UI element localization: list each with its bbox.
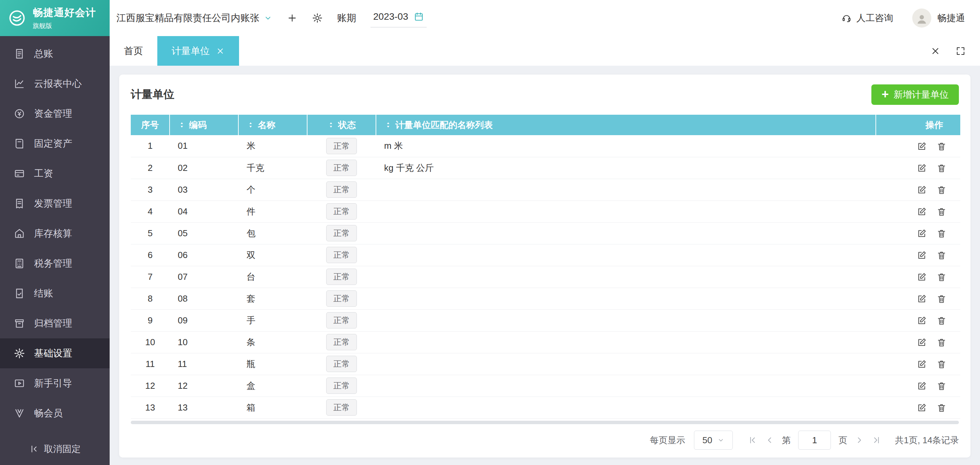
delete-icon[interactable] — [936, 229, 947, 239]
edit-icon[interactable] — [917, 229, 927, 239]
cell-seq: 1 — [131, 135, 170, 157]
edit-icon[interactable] — [917, 206, 927, 217]
column-header-seq: 序号 — [131, 115, 170, 135]
sidebar-item-invoice[interactable]: 发票管理 — [0, 189, 110, 219]
add-unit-button[interactable]: + 新增计量单位 — [871, 84, 959, 105]
table-row: 1212盒正常 — [131, 375, 960, 397]
delete-icon[interactable] — [936, 272, 947, 282]
sidebar-item-closing[interactable]: 结账 — [0, 278, 110, 308]
tabbar: 首页计量单位 — [110, 36, 980, 66]
delete-icon[interactable] — [936, 185, 947, 195]
edit-icon[interactable] — [917, 359, 927, 369]
column-header-code[interactable]: 编码 — [170, 115, 239, 135]
report-icon — [14, 78, 25, 89]
plus-icon[interactable] — [287, 13, 298, 24]
sidebar-item-member[interactable]: 畅会员 — [0, 398, 110, 428]
delete-icon[interactable] — [936, 403, 947, 413]
page-number-input[interactable] — [798, 431, 831, 450]
sidebar-item-archive[interactable]: 归档管理 — [0, 308, 110, 338]
delete-icon[interactable] — [936, 163, 947, 173]
close-icon[interactable] — [930, 46, 940, 56]
prev-page-icon[interactable] — [765, 435, 774, 445]
sidebar-menu: 总账云报表中心资金管理固定资产工资发票管理库存核算税务管理结账归档管理基础设置新… — [0, 36, 110, 433]
delete-icon[interactable] — [936, 206, 947, 217]
edit-icon[interactable] — [917, 403, 927, 413]
support-button[interactable]: 人工咨询 — [842, 12, 893, 24]
sidebar-item-label: 库存核算 — [34, 227, 72, 240]
edit-icon[interactable] — [917, 316, 927, 326]
delete-icon[interactable] — [936, 337, 947, 348]
column-label: 序号 — [141, 119, 159, 131]
sort-icon[interactable] — [178, 121, 186, 129]
column-header-status[interactable]: 状态 — [307, 115, 376, 135]
cell-name: 箱 — [239, 397, 307, 418]
column-header-name[interactable]: 名称 — [239, 115, 307, 135]
edit-icon[interactable] — [917, 337, 927, 348]
table-row: 606双正常 — [131, 244, 960, 266]
cell-code: 12 — [170, 375, 239, 397]
sidebar-item-funds[interactable]: 资金管理 — [0, 99, 110, 129]
sidebar-item-salary[interactable]: 工资 — [0, 159, 110, 189]
edit-icon[interactable] — [917, 272, 927, 282]
cell-status: 正常 — [307, 397, 376, 418]
cell-code: 10 — [170, 331, 239, 353]
edit-icon[interactable] — [917, 141, 927, 151]
tab-unit[interactable]: 计量单位 — [158, 36, 239, 66]
sort-icon[interactable] — [385, 121, 392, 129]
user-menu[interactable]: 畅捷通 — [912, 8, 965, 28]
sidebar-item-inventory[interactable]: 库存核算 — [0, 219, 110, 249]
cell-status: 正常 — [307, 309, 376, 331]
cell-status: 正常 — [307, 375, 376, 397]
cell-code: 05 — [170, 222, 239, 244]
edit-icon[interactable] — [917, 185, 927, 195]
page-title: 计量单位 — [131, 87, 174, 102]
last-page-icon[interactable] — [872, 435, 881, 445]
period-value: 2023-03 — [373, 11, 408, 22]
sidebar-item-ledger[interactable]: 总账 — [0, 39, 110, 69]
cell-operations — [876, 135, 960, 157]
sidebar-item-fixed-assets[interactable]: 固定资产 — [0, 129, 110, 159]
cell-name: 包 — [239, 222, 307, 244]
delete-icon[interactable] — [936, 141, 947, 151]
sidebar: 畅捷通好会计 旗舰版 总账云报表中心资金管理固定资产工资发票管理库存核算税务管理… — [0, 0, 110, 465]
edit-icon[interactable] — [917, 250, 927, 260]
per-page-select[interactable]: 50 — [694, 431, 733, 450]
delete-icon[interactable] — [936, 316, 947, 326]
fullscreen-icon[interactable] — [956, 46, 966, 56]
horizontal-scrollbar[interactable] — [131, 421, 959, 424]
delete-icon[interactable] — [936, 294, 947, 304]
sidebar-item-guide[interactable]: 新手引导 — [0, 368, 110, 398]
period-field[interactable]: 2023-03 — [371, 8, 427, 28]
table-row: 1313箱正常 — [131, 397, 960, 418]
column-header-matches[interactable]: 计量单位匹配的名称列表 — [376, 115, 876, 135]
tab-home[interactable]: 首页 — [110, 36, 158, 66]
sidebar-item-label: 畅会员 — [34, 407, 63, 420]
edit-icon[interactable] — [917, 381, 927, 391]
sidebar-item-cloud-report[interactable]: 云报表中心 — [0, 69, 110, 99]
delete-icon[interactable] — [936, 381, 947, 391]
edit-icon[interactable] — [917, 294, 927, 304]
column-label: 名称 — [258, 119, 275, 131]
status-badge: 正常 — [326, 312, 357, 329]
cell-operations — [876, 309, 960, 331]
cell-matches — [376, 288, 876, 309]
edit-icon[interactable] — [917, 163, 927, 173]
first-page-icon[interactable] — [748, 435, 757, 445]
sort-icon[interactable] — [327, 121, 335, 129]
cell-code: 13 — [170, 397, 239, 418]
delete-icon[interactable] — [936, 250, 947, 260]
cell-status: 正常 — [307, 353, 376, 375]
delete-icon[interactable] — [936, 359, 947, 369]
cell-name: 米 — [239, 135, 307, 157]
unpin-sidebar-button[interactable]: 取消固定 — [0, 433, 110, 465]
close-icon[interactable] — [216, 47, 225, 56]
sort-icon[interactable] — [247, 121, 255, 129]
table-row: 909手正常 — [131, 309, 960, 331]
logo-text: 畅捷通好会计 旗舰版 — [33, 6, 96, 30]
page-suffix: 页 — [838, 434, 847, 446]
sidebar-item-tax[interactable]: 税务管理 — [0, 249, 110, 278]
gear-icon[interactable] — [312, 13, 323, 24]
sidebar-item-settings[interactable]: 基础设置 — [0, 338, 110, 368]
company-selector[interactable]: 江西服宝精品有限责任公司内账张 — [116, 11, 272, 24]
next-page-icon[interactable] — [855, 435, 864, 445]
